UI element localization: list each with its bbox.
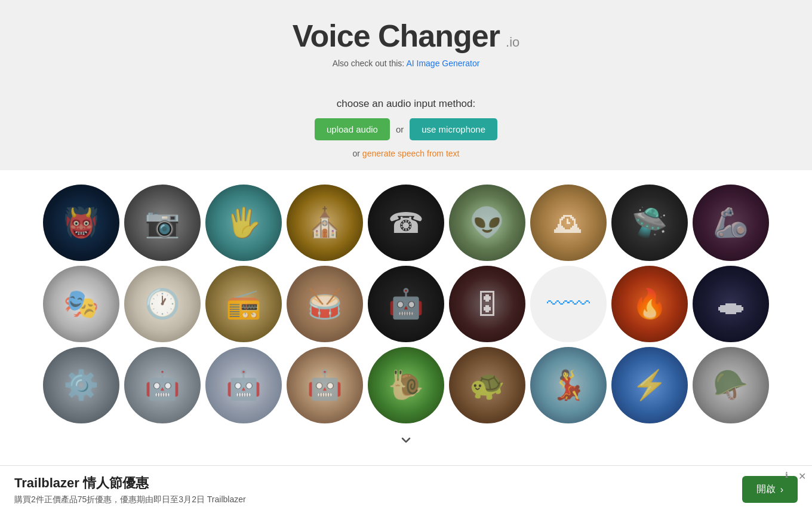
dark-alien-icon: 🛸 xyxy=(611,185,688,261)
voice-grid: 👹 📷 🖐 ⛪ ☎ 👽 🕰 🛸 🦾 🎭 🕐 📻 🥁 🤖 🎛 〰〰 🔥 🕳 ⚙️ … xyxy=(0,170,812,469)
voice-circle-dark-alien[interactable]: 🛸 xyxy=(611,185,688,261)
cathedral-icon: ⛪ xyxy=(287,185,363,261)
or-text-1: or xyxy=(396,124,404,134)
small-robot-icon: ⚙️ xyxy=(43,347,119,423)
robot2-icon: 🤖 xyxy=(124,347,201,423)
voice-circle-dancer[interactable]: 💃 xyxy=(530,347,607,423)
use-microphone-button[interactable]: use microphone xyxy=(410,118,497,140)
radio-icon: 📻 xyxy=(205,266,282,342)
snail-icon: 🐌 xyxy=(368,347,444,423)
subtitle-text: Also check out this: xyxy=(333,59,405,68)
voice-circle-anonymous[interactable]: 🎭 xyxy=(43,266,119,342)
site-title: Voice Changer xyxy=(293,19,500,53)
voice-circle-color-robot[interactable]: 🤖 xyxy=(287,347,363,423)
dancer-icon: 💃 xyxy=(530,347,607,423)
voice-circle-snail[interactable]: 🐌 xyxy=(368,347,444,423)
ad-banner: Trailblazer 情人節優惠 購買2件正價產品75折優惠，優惠期由即日至3… xyxy=(0,465,812,513)
voice-circle-cathedral[interactable]: ⛪ xyxy=(287,185,363,261)
voice-circle-toy-robot[interactable]: 🤖 xyxy=(205,347,282,423)
info-icon: ℹ xyxy=(785,471,788,480)
monster-icon: 👹 xyxy=(43,185,119,261)
voice-circle-alien[interactable]: 👽 xyxy=(449,185,525,261)
choose-label: choose an audio input method: xyxy=(12,98,800,110)
color-robot-icon: 🤖 xyxy=(287,347,363,423)
title-container: Voice Changer .io xyxy=(12,18,800,54)
voice-circle-monster[interactable]: 👹 xyxy=(43,185,119,261)
wave-icon: 〰〰 xyxy=(530,266,607,342)
voice-circle-clock[interactable]: 🕐 xyxy=(124,266,201,342)
voice-circle-mixer[interactable]: 🎛 xyxy=(449,266,525,342)
generate-speech-link[interactable]: generate speech from text xyxy=(362,149,460,158)
voice-circle-sonic[interactable]: ⚡ xyxy=(611,347,688,423)
toy-robot-icon: 🤖 xyxy=(205,347,282,423)
ad-title: Trailblazer 情人節優惠 xyxy=(14,474,246,492)
subtitle-row: Also check out this: AI Image Generator xyxy=(12,59,800,68)
close-icon: ✕ xyxy=(798,471,806,481)
input-method-section: choose an audio input method: upload aud… xyxy=(0,80,812,170)
voice-circle-melting-clock[interactable]: 🕰 xyxy=(530,185,607,261)
fire-eye-icon: 🔥 xyxy=(611,266,688,342)
voice-circle-robot-cam[interactable]: 📷 xyxy=(124,185,201,261)
voice-circle-dalek[interactable]: 🤖 xyxy=(368,266,444,342)
cyborg-icon: 🦾 xyxy=(693,185,769,261)
generate-link-row: or generate speech from text xyxy=(12,149,800,158)
voice-row-1: 👹 📷 🖐 ⛪ ☎ 👽 🕰 🛸 🦾 xyxy=(12,185,800,261)
ad-open-button[interactable]: 開啟 › xyxy=(742,476,798,503)
cave-icon: 🕳 xyxy=(693,266,769,342)
voice-circle-wave[interactable]: 〰〰 xyxy=(530,266,607,342)
or-text-2: or xyxy=(353,149,360,158)
dalek-icon: 🤖 xyxy=(368,266,444,342)
voice-circle-fire-eye[interactable]: 🔥 xyxy=(611,266,688,342)
button-row: upload audio or use microphone xyxy=(12,118,800,140)
scroll-down-button[interactable] xyxy=(12,428,800,454)
clock-icon: 🕐 xyxy=(124,266,201,342)
voice-circle-cyborg[interactable]: 🦾 xyxy=(693,185,769,261)
header: Voice Changer .io Also check out this: A… xyxy=(0,0,812,80)
soldier-icon: 🪖 xyxy=(693,347,769,423)
ai-image-generator-link[interactable]: AI Image Generator xyxy=(406,59,479,68)
ad-button-arrow-icon: › xyxy=(780,484,783,495)
voice-circle-small-robot[interactable]: ⚙️ xyxy=(43,347,119,423)
ad-info-button[interactable]: ℹ xyxy=(785,471,788,480)
anonymous-icon: 🎭 xyxy=(43,266,119,342)
telephone-icon: ☎ xyxy=(368,185,444,261)
upload-audio-button[interactable]: upload audio xyxy=(315,118,390,140)
ad-close-button[interactable]: ✕ xyxy=(798,471,806,482)
mixer-icon: 🎛 xyxy=(449,266,525,342)
voice-circle-soldier[interactable]: 🪖 xyxy=(693,347,769,423)
ad-subtitle: 購買2件正價產品75折優惠，優惠期由即日至3月2日 Trailblazer xyxy=(14,494,246,505)
site-subtitle: .io xyxy=(502,35,519,50)
alien-icon: 👽 xyxy=(449,185,525,261)
voice-circle-cymbal[interactable]: 🥁 xyxy=(287,266,363,342)
voice-circle-robot2[interactable]: 🤖 xyxy=(124,347,201,423)
sonic-icon: ⚡ xyxy=(611,347,688,423)
voice-circle-telephone[interactable]: ☎ xyxy=(368,185,444,261)
ad-left-content: Trailblazer 情人節優惠 購買2件正價產品75折優惠，優惠期由即日至3… xyxy=(14,474,246,505)
voice-circle-cave[interactable]: 🕳 xyxy=(693,266,769,342)
voice-circle-turtle[interactable]: 🐢 xyxy=(449,347,525,423)
ad-button-label: 開啟 xyxy=(756,483,776,496)
turtle-icon: 🐢 xyxy=(449,347,525,423)
robot-cam-icon: 📷 xyxy=(124,185,201,261)
cymbal-icon: 🥁 xyxy=(287,266,363,342)
voice-circle-radio[interactable]: 📻 xyxy=(205,266,282,342)
voice-circle-ghost[interactable]: 🖐 xyxy=(205,185,282,261)
melting-clock-icon: 🕰 xyxy=(530,185,607,261)
voice-row-2: 🎭 🕐 📻 🥁 🤖 🎛 〰〰 🔥 🕳 xyxy=(12,266,800,342)
ghost-icon: 🖐 xyxy=(205,185,282,261)
voice-row-3: ⚙️ 🤖 🤖 🤖 🐌 🐢 💃 ⚡ 🪖 xyxy=(12,347,800,423)
